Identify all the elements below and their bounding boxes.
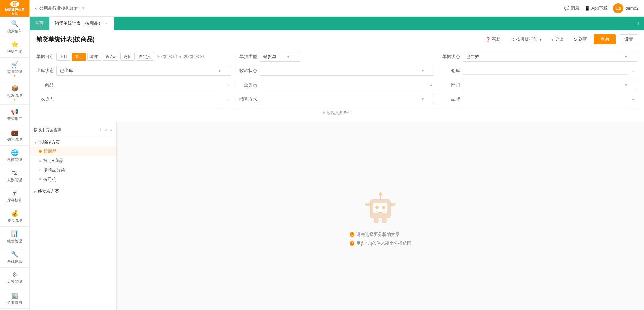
minimize-btn[interactable]: — xyxy=(625,20,632,27)
goods-input[interactable] xyxy=(56,81,221,89)
filter-row-4: 收货人 ··· 结算方式 ▼ xyxy=(36,94,637,104)
refresh-icon: ↻ xyxy=(573,37,577,42)
breadcrumb: 办公用品行业模拟账套 xyxy=(35,5,78,11)
schema-item-goods-category[interactable]: ≡ 按商品分类 xyxy=(30,165,116,175)
schema-group-mobile-header[interactable]: ▶ 移动端方案 xyxy=(30,187,116,196)
schema-panel: 按以下方案查询 ＋ ○ « ▼ 电脑端方案 按商品 xyxy=(30,122,117,310)
tab-close-btn[interactable]: × xyxy=(105,21,108,26)
warehouse-dots[interactable]: ··· xyxy=(630,68,637,73)
doc-type-select[interactable]: 销货单 ▼ xyxy=(260,52,300,62)
sidebar-item-search[interactable]: 🔍 搜索菜单 xyxy=(0,17,29,37)
sidebar-item-guide[interactable]: 📖 新手引导 xyxy=(0,309,29,310)
sidebar-item-system[interactable]: ⚙ 系统管理 xyxy=(0,268,29,288)
schema-group-mobile: ▶ 移动端方案 xyxy=(30,186,116,197)
help-icon: ❓ xyxy=(485,37,491,42)
sidebar-item-corp[interactable]: 🏢 企业协同 xyxy=(0,288,29,309)
collapse-panel-icon[interactable]: « xyxy=(110,127,112,133)
divider-6 xyxy=(438,81,438,89)
avatar: Ea xyxy=(613,3,623,13)
svg-rect-8 xyxy=(374,218,378,223)
sidebar-item-operations[interactable]: 📊 经营管理 xyxy=(0,227,29,247)
maximize-btn[interactable]: □ xyxy=(635,20,640,27)
doc-type-arrow: ▼ xyxy=(287,55,290,59)
divider-5 xyxy=(235,81,235,89)
settings-btn[interactable]: 设置 xyxy=(620,34,637,44)
date-btn-this-year[interactable]: 本年 xyxy=(87,53,101,61)
doc-type-control: 销货单 ▼ xyxy=(260,52,434,62)
settle-select[interactable]: ▼ xyxy=(260,94,434,104)
svg-rect-7 xyxy=(390,203,395,206)
filter-date: 单据日期 上月 本月 本年 近7天 更多 自定义 2023-03-01 至 20… xyxy=(36,51,231,62)
filter-row-2: 出库状态 已出库 ▼ 收款状态 ▼ xyxy=(36,65,637,76)
date-btn-this-month[interactable]: 本月 xyxy=(72,53,86,61)
divider-7 xyxy=(235,95,235,103)
export-btn[interactable]: ↑ 导出 xyxy=(549,35,567,44)
settle-label: 结算方式 xyxy=(239,96,260,102)
consignee-dots[interactable]: ··· xyxy=(223,97,231,102)
filter-settle: 结算方式 ▼ xyxy=(239,94,434,104)
sidebar-item-retail[interactable]: 🛒 零售管理 ▼ xyxy=(0,58,29,81)
consignee-input[interactable] xyxy=(56,95,221,103)
app-download-label: App下载 xyxy=(591,5,608,11)
schema-group-pc-header[interactable]: ▼ 电脑端方案 xyxy=(30,138,116,147)
date-range: 2023-03-01 至 2023-03-31 xyxy=(157,54,205,60)
empty-hint-list: 请先选择要分析的方案 用[过滤]条件来缩小分析范围 xyxy=(350,230,411,248)
print-btn[interactable]: 🖨 按模板打印 ▼ xyxy=(507,35,545,44)
sidebar-item-ecom[interactable]: 🌐 电商管理 xyxy=(0,146,29,166)
schema-item-label-2: 按商品分类 xyxy=(43,167,65,173)
schema-item-driver[interactable]: ≡ 按司机 xyxy=(30,175,116,184)
schema-item-by-goods[interactable]: 按商品 xyxy=(30,147,116,156)
sales-icon: 💼 xyxy=(11,128,18,136)
filter-goods: 商品 ··· xyxy=(36,80,231,90)
sidebar-item-wholesale[interactable]: 📦 批发管理 ▲ xyxy=(0,81,29,105)
doc-status-select[interactable]: 已生效 ▼ xyxy=(463,52,637,62)
divider-8 xyxy=(438,95,438,103)
date-btn-last-month[interactable]: 上月 xyxy=(56,53,70,61)
filter-doc-type: 单据类型 销货单 ▼ xyxy=(239,51,434,62)
sidebar-item-base[interactable]: 🔧 基础信息 xyxy=(0,247,29,268)
empty-hint-2: 用[过滤]条件来缩小分析范围 xyxy=(350,239,411,248)
date-btn-custom[interactable]: 自定义 xyxy=(136,53,154,61)
salesperson-input[interactable] xyxy=(260,81,425,89)
marketing-icon: 📢 xyxy=(11,108,18,115)
filter-row-1: 单据日期 上月 本月 本年 近7天 更多 自定义 2023-03-01 至 20… xyxy=(36,51,637,62)
sidebar-item-quicknav[interactable]: ⭐ 快捷导航 xyxy=(0,37,29,58)
content-split: 按以下方案查询 ＋ ○ « ▼ 电脑端方案 按商品 xyxy=(30,122,644,310)
app-download-btn[interactable]: 📱 App下载 xyxy=(585,5,608,11)
receipt-status-select[interactable]: ▼ xyxy=(260,66,434,76)
main-area: 办公用品行业模拟账套 ▼ 💬 消息 📱 App下载 Ea demo2 首页 销货… xyxy=(30,0,644,310)
edit-schema-icon[interactable]: ○ xyxy=(105,127,108,133)
doc-status-label: 单据状态 xyxy=(442,54,463,60)
brand-dots[interactable]: ··· xyxy=(630,97,637,102)
sidebar-item-sales[interactable]: 💼 销售管理 xyxy=(0,125,29,146)
out-status-select[interactable]: 已出库 ▼ xyxy=(56,66,231,76)
tab-active[interactable]: 销货单统计表（按商品） × xyxy=(49,17,114,30)
dept-label: 部门 xyxy=(442,82,463,88)
svg-rect-9 xyxy=(382,218,386,223)
sidebar-item-marketing[interactable]: 📢 营销推广 xyxy=(0,105,29,125)
goods-dots[interactable]: ··· xyxy=(223,83,231,88)
query-btn[interactable]: 查询 xyxy=(594,34,616,44)
refresh-btn[interactable]: ↻ 刷新 xyxy=(571,35,590,44)
sidebar-item-inventory[interactable]: 🗄 库存核算 xyxy=(0,186,29,206)
collapse-bar[interactable]: ∧ 收起更多条件 xyxy=(36,108,637,118)
sidebar-item-purchase[interactable]: 🛍 采购管理 xyxy=(0,166,29,186)
help-btn[interactable]: ❓ 帮助 xyxy=(483,35,503,44)
logo-text: 畅捷通好生意 xyxy=(5,8,25,12)
salesperson-label: 业务员 xyxy=(239,82,260,88)
tab-home[interactable]: 首页 xyxy=(30,17,49,30)
schema-item-month-goods[interactable]: ≡ 按月+商品 xyxy=(30,156,116,165)
sidebar-item-finance[interactable]: 💰 资金管理 xyxy=(0,206,29,227)
messages-btn[interactable]: 💬 消息 xyxy=(564,5,579,11)
brand-input[interactable] xyxy=(463,95,628,103)
tab-bar: 首页 销货单统计表（按商品） × — □ xyxy=(30,17,644,30)
warehouse-input[interactable] xyxy=(463,67,628,75)
date-btn-7days[interactable]: 近7天 xyxy=(103,53,119,61)
add-schema-icon[interactable]: ＋ xyxy=(98,127,103,133)
dept-select[interactable]: ▼ xyxy=(463,80,637,90)
user-profile[interactable]: Ea demo2 xyxy=(613,3,639,13)
item-icon-1: ≡ xyxy=(39,158,41,163)
date-btn-more[interactable]: 更多 xyxy=(120,53,135,61)
out-status-control: 已出库 ▼ xyxy=(56,66,231,76)
salesperson-dots[interactable]: ··· xyxy=(427,83,434,88)
